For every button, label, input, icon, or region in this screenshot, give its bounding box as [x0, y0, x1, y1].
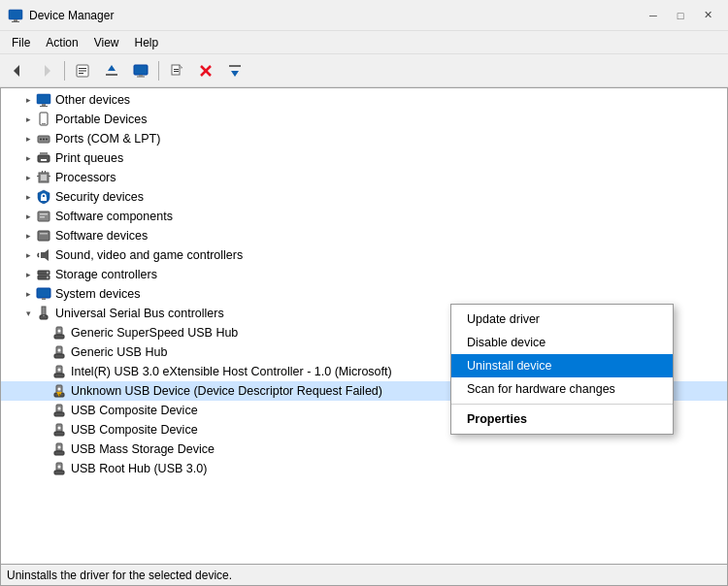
security-devices-label: Security devices	[55, 190, 723, 204]
tree-item-portable-devices[interactable]: ▸Portable Devices	[1, 110, 727, 129]
usb-unknown-icon: !	[51, 383, 67, 399]
tree-item-other-devices[interactable]: ▸Other devices	[1, 90, 727, 110]
usb-mass-storage-icon	[51, 441, 67, 457]
context-menu-update-driver[interactable]: Update driver	[451, 308, 673, 331]
expand-arrow[interactable]: ▸	[20, 247, 36, 263]
svg-marker-3	[14, 65, 19, 77]
software-devices-label: Software devices	[55, 229, 723, 243]
expand-arrow[interactable]: ▸	[20, 209, 36, 224]
forward-button[interactable]	[33, 58, 60, 83]
tree-item-usb-root-hub[interactable]: USB Root Hub (USB 3.0)	[1, 459, 727, 478]
context-menu-separator	[451, 404, 673, 405]
new-button[interactable]	[163, 58, 190, 83]
expand-arrow[interactable]: ▸	[20, 267, 36, 282]
svg-rect-54	[42, 307, 46, 315]
context-menu-disable-device[interactable]: Disable device	[451, 331, 673, 354]
context-menu-properties[interactable]: Properties	[451, 407, 673, 431]
expand-arrow[interactable]: ▸	[20, 286, 36, 302]
menu-view[interactable]: View	[86, 34, 127, 51]
tree-item-processors[interactable]: ▸Processors	[1, 168, 727, 187]
expand-arrow[interactable]: ▸	[20, 112, 36, 127]
svg-rect-17	[174, 71, 179, 72]
toolbar-sep-2	[158, 61, 159, 81]
storage-controllers-icon	[36, 267, 51, 282]
svg-rect-1	[14, 19, 17, 21]
svg-rect-78	[54, 451, 64, 455]
sound-video-icon	[36, 247, 51, 263]
tree-item-storage-controllers[interactable]: ▸Storage controllers	[1, 265, 727, 284]
properties-button[interactable]	[69, 58, 96, 83]
expand-arrow[interactable]: ▾	[20, 306, 36, 321]
expand-arrow[interactable]: ▸	[20, 170, 36, 185]
expand-arrow[interactable]: ▸	[20, 228, 36, 244]
tree-item-software-devices[interactable]: ▸Software devices	[1, 226, 727, 245]
app-icon	[8, 8, 23, 23]
menu-file[interactable]: File	[4, 34, 38, 51]
usb-intel-icon	[51, 364, 67, 379]
svg-text:!: !	[59, 393, 60, 398]
svg-rect-56	[43, 315, 45, 316]
window-controls: ─ □ ✕	[641, 6, 720, 25]
maximize-button[interactable]: □	[668, 6, 693, 25]
svg-rect-53	[42, 298, 46, 300]
tree-item-system-devices[interactable]: ▸System devices	[1, 284, 727, 304]
svg-rect-61	[54, 354, 64, 358]
title-bar: Device Manager ─ □ ✕	[0, 0, 728, 31]
other-devices-label: Other devices	[55, 93, 723, 107]
svg-rect-20	[229, 65, 241, 67]
scan-button[interactable]	[221, 58, 248, 83]
svg-marker-21	[231, 71, 239, 77]
ports-label: Ports (COM & LPT)	[55, 132, 723, 146]
context-menu: Update driverDisable deviceUninstall dev…	[450, 304, 674, 435]
svg-point-79	[58, 446, 61, 449]
sound-video-label: Sound, video and game controllers	[55, 248, 723, 262]
delete-button[interactable]	[192, 58, 219, 83]
svg-rect-43	[40, 213, 48, 215]
expand-arrow[interactable]: ▸	[20, 150, 36, 166]
usb-mass-storage-label: USB Mass Storage Device	[71, 442, 723, 456]
portable-devices-label: Portable Devices	[55, 113, 723, 126]
tree-item-ports[interactable]: ▸Ports (COM & LPT)	[1, 129, 727, 148]
processors-label: Processors	[55, 171, 723, 184]
window-title: Device Manager	[29, 9, 641, 22]
back-button[interactable]	[4, 58, 31, 83]
tree-item-usb-mass-storage[interactable]: USB Mass Storage Device	[1, 440, 727, 459]
toolbar-sep-1	[64, 61, 65, 81]
tree-item-software-components[interactable]: ▸Software components	[1, 207, 727, 226]
svg-rect-33	[41, 159, 47, 161]
usb-composite-2-icon	[51, 422, 67, 438]
menu-action[interactable]: Action	[38, 34, 85, 51]
software-components-icon	[36, 209, 51, 224]
svg-rect-2	[12, 21, 19, 22]
svg-rect-6	[79, 68, 86, 69]
tree-item-print-queues[interactable]: ▸Print queues	[1, 148, 727, 168]
close-button[interactable]: ✕	[695, 6, 720, 25]
expand-arrow[interactable]: ▸	[20, 189, 36, 205]
svg-rect-13	[137, 76, 145, 77]
tree-item-security-devices[interactable]: ▸Security devices	[1, 187, 727, 207]
context-menu-scan-hardware[interactable]: Scan for hardware changes	[451, 377, 673, 401]
svg-rect-37	[49, 176, 50, 177]
processors-icon	[36, 170, 51, 185]
minimize-button[interactable]: ─	[641, 6, 666, 25]
expand-arrow[interactable]: ▸	[20, 92, 36, 108]
svg-rect-11	[134, 65, 148, 75]
print-queues-icon	[36, 150, 51, 166]
display-button[interactable]	[127, 58, 154, 83]
tree-item-sound-video[interactable]: ▸Sound, video and game controllers	[1, 245, 727, 265]
storage-controllers-label: Storage controllers	[55, 268, 723, 281]
expand-arrow[interactable]: ▸	[20, 131, 36, 146]
menu-bar: File Action View Help	[0, 31, 728, 54]
usb-composite-1-icon	[51, 403, 67, 418]
usb-generic-superspeed-icon	[51, 325, 67, 341]
update-driver-toolbar-button[interactable]	[98, 58, 125, 83]
context-menu-uninstall-device[interactable]: Uninstall device	[451, 354, 673, 377]
other-devices-icon	[36, 92, 51, 108]
svg-rect-35	[41, 175, 47, 180]
menu-help[interactable]: Help	[127, 34, 167, 51]
svg-marker-4	[45, 65, 50, 77]
ports-icon	[36, 131, 51, 146]
status-bar: Uninstalls the driver for the selected d…	[1, 564, 727, 585]
svg-rect-52	[37, 288, 50, 298]
svg-rect-26	[42, 123, 46, 124]
